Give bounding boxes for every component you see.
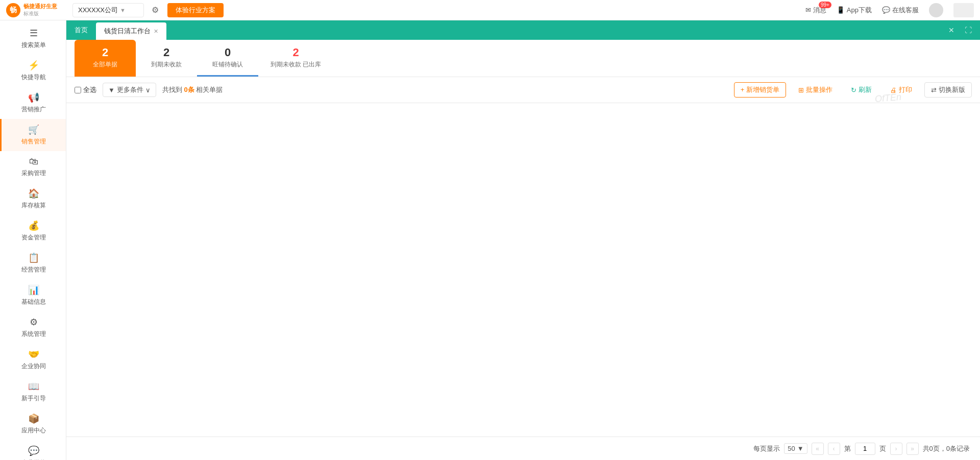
- sidebar-label-sales: 销售管理: [21, 137, 46, 146]
- stat-label-shipped: 到期未收款 已出库: [271, 60, 321, 69]
- stat-number-shipped: 2: [293, 46, 299, 59]
- switch-version-button[interactable]: ⇄ 切换新版: [924, 82, 972, 98]
- sidebar-item-search[interactable]: ☰ 搜索菜单: [0, 22, 66, 55]
- filter-arrow-icon: ∨: [145, 86, 151, 94]
- tab-workbench[interactable]: 钱货日清工作台 ✕: [96, 22, 166, 40]
- stat-tab-shipped[interactable]: 2 到期未收款 已出库: [258, 40, 333, 77]
- print-button[interactable]: 🖨 打印: [884, 83, 918, 97]
- page-size-selector[interactable]: 50 ▼: [784, 443, 807, 454]
- next-page-button[interactable]: ›: [890, 443, 902, 455]
- app-download-icon: 📱: [837, 6, 845, 14]
- app-center-icon: 📦: [28, 413, 39, 424]
- search-menu-icon: ☰: [30, 28, 38, 39]
- tab-home[interactable]: 首页: [66, 20, 96, 40]
- user-name-display[interactable]: [953, 3, 974, 17]
- page-label: 第: [844, 444, 851, 453]
- sidebar-item-wechat[interactable]: 💬 企业微信: [0, 440, 66, 460]
- message-icon-item[interactable]: ✉ 消息 99+: [805, 6, 826, 15]
- message-icon: ✉: [805, 6, 811, 14]
- stat-number-overdue: 2: [163, 46, 169, 59]
- stat-label-wangpu: 旺铺待确认: [212, 60, 243, 69]
- select-all-checkbox[interactable]: 全选: [75, 85, 96, 94]
- logo-area: 畅 畅捷通好生意 标准版: [6, 3, 72, 17]
- sidebar-label-finance: 资金管理: [21, 233, 46, 242]
- sidebar-item-enterprise[interactable]: 🤝 企业协同: [0, 344, 66, 376]
- app-download-label: App下载: [847, 6, 872, 15]
- top-header: 畅 畅捷通好生意 标准版 XXXXXX公司 ▼ ⚙ 体验行业方案 ✉ 消息 99…: [0, 0, 980, 20]
- tab-close-icon[interactable]: ✕: [154, 28, 158, 35]
- sidebar-item-marketing[interactable]: 📢 营销推广: [0, 87, 66, 119]
- header-right: ✉ 消息 99+ 📱 App下载 💬 在线客服: [805, 3, 974, 17]
- company-dropdown-arrow: ▼: [120, 7, 126, 13]
- first-page-button[interactable]: «: [812, 443, 824, 455]
- page-suffix: 页: [879, 444, 886, 453]
- total-records-label: 共0页，0条记录: [923, 444, 970, 453]
- refresh-button[interactable]: ↻ 刷新: [845, 83, 878, 97]
- stat-number-wangpu: 0: [225, 46, 231, 59]
- sidebar-label-basic-info: 基础信息: [21, 298, 46, 306]
- sidebar-label-search: 搜索菜单: [21, 41, 46, 50]
- marketing-icon: 📢: [28, 92, 39, 103]
- refresh-icon: ↻: [851, 86, 856, 94]
- sidebar-item-operations[interactable]: 📋 经营管理: [0, 247, 66, 279]
- stat-number-all: 2: [102, 46, 108, 59]
- main-layout: ☰ 搜索菜单 ⚡ 快捷导航 📢 营销推广 🛒 销售管理 🛍 采购管理 🏠 库存核…: [0, 20, 980, 460]
- prev-page-button[interactable]: ‹: [828, 443, 840, 455]
- wechat-icon: 💬: [28, 445, 39, 456]
- filter-label: 更多条件: [117, 85, 143, 94]
- sidebar-item-inventory[interactable]: 🏠 库存核算: [0, 183, 66, 215]
- batch-operation-button[interactable]: ⊞ 批量操作: [792, 83, 839, 97]
- sidebar-item-finance[interactable]: 💰 资金管理: [0, 215, 66, 247]
- select-all-input[interactable]: [75, 87, 81, 93]
- filter-icon: ▼: [108, 86, 115, 94]
- nav-tab-controls: ✕ ⛶: [945, 25, 980, 35]
- sidebar-label-guide: 新手引导: [21, 394, 46, 403]
- stats-bar: 2 全部单据 2 到期未收款 0 旺铺待确认 2 到期未收款 已出库: [66, 40, 980, 77]
- stat-tab-wangpu[interactable]: 0 旺铺待确认: [197, 40, 258, 77]
- sidebar-item-app-center[interactable]: 📦 应用中心: [0, 408, 66, 440]
- operations-icon: 📋: [28, 252, 39, 263]
- toolbar: 全选 ▼ 更多条件 ∨ 共找到 0条 相关单据 + 新增销货单 ⊞ 批量操作 ↻…: [66, 77, 980, 103]
- message-badge: 99+: [819, 2, 831, 8]
- window-close-icon[interactable]: ✕: [945, 25, 958, 35]
- avatar[interactable]: [929, 3, 943, 17]
- add-sales-order-button[interactable]: + 新增销货单: [734, 82, 786, 98]
- logo-icon: 畅: [6, 3, 20, 17]
- sidebar-item-quick-nav[interactable]: ⚡ 快捷导航: [0, 55, 66, 87]
- table-area: [66, 103, 980, 437]
- print-icon: 🖨: [890, 86, 897, 94]
- nav-tabs: 首页 钱货日清工作台 ✕ ✕ ⛶: [66, 20, 980, 40]
- sidebar-item-guide[interactable]: 📖 新手引导: [0, 376, 66, 408]
- system-icon: ⚙: [30, 317, 38, 328]
- sidebar-label-system: 系统管理: [21, 330, 46, 338]
- current-page-input[interactable]: [855, 443, 875, 455]
- select-all-label: 全选: [83, 85, 96, 94]
- purchase-icon: 🛍: [29, 156, 38, 167]
- found-count: 0条: [184, 86, 194, 93]
- online-service-item[interactable]: 💬 在线客服: [882, 6, 919, 15]
- inventory-icon: 🏠: [28, 188, 39, 199]
- sidebar-item-purchase[interactable]: 🛍 采购管理: [0, 151, 66, 183]
- sidebar-item-system[interactable]: ⚙ 系统管理: [0, 311, 66, 344]
- sidebar-item-basic-info[interactable]: 📊 基础信息: [0, 279, 66, 311]
- sales-icon: 🛒: [28, 124, 39, 135]
- sidebar-label-inventory: 库存核算: [21, 201, 46, 210]
- company-selector[interactable]: XXXXXX公司 ▼: [72, 3, 144, 17]
- settings-icon[interactable]: ⚙: [148, 3, 162, 17]
- stat-label-overdue: 到期未收款: [151, 60, 182, 69]
- last-page-button[interactable]: »: [906, 443, 919, 455]
- guide-icon: 📖: [28, 381, 39, 392]
- content-area: 首页 钱货日清工作台 ✕ ✕ ⛶ 2 全部单据 2 到期未收款 0: [66, 20, 980, 460]
- pagination-bar: 每页显示 50 ▼ « ‹ 第 页 › » 共0页，0条记录: [66, 437, 980, 460]
- trial-button[interactable]: 体验行业方案: [167, 3, 224, 17]
- app-download-item[interactable]: 📱 App下载: [837, 6, 872, 15]
- sidebar-label-enterprise: 企业协同: [21, 362, 46, 371]
- window-maximize-icon[interactable]: ⛶: [962, 25, 975, 35]
- filter-button[interactable]: ▼ 更多条件 ∨: [103, 83, 156, 97]
- stat-tab-overdue[interactable]: 2 到期未收款: [136, 40, 197, 77]
- stat-tab-all[interactable]: 2 全部单据: [75, 40, 136, 77]
- logo-text: 畅捷通好生意 标准版: [23, 3, 57, 17]
- toolbar-right: + 新增销货单 ⊞ 批量操作 ↻ 刷新 🖨 打印 ⇄ 切换新版: [734, 82, 972, 98]
- sidebar: ☰ 搜索菜单 ⚡ 快捷导航 📢 营销推广 🛒 销售管理 🛍 采购管理 🏠 库存核…: [0, 20, 66, 460]
- sidebar-item-sales[interactable]: 🛒 销售管理: [0, 119, 66, 151]
